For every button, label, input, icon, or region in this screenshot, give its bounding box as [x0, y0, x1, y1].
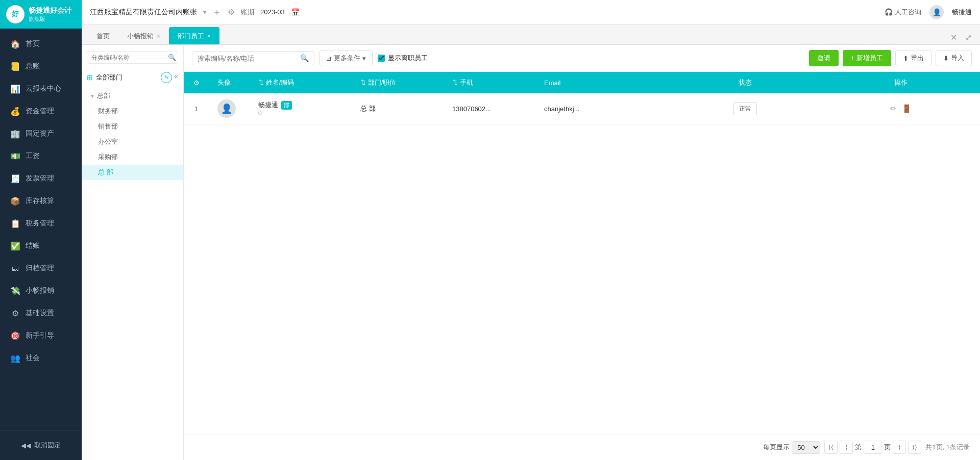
row-phone-cell: 138070602... — [444, 93, 536, 124]
dept-edit-button[interactable]: ✎ — [161, 72, 172, 83]
tab-home[interactable]: 首页 — [88, 27, 118, 44]
tab-home-label: 首页 — [96, 32, 110, 41]
tab-employees[interactable]: 部门员工 × — [169, 27, 219, 44]
tab-expense[interactable]: 小畅报销 × — [118, 27, 169, 44]
dept-search-box[interactable]: 🔍 — [87, 51, 178, 64]
page-input[interactable] — [864, 441, 882, 454]
content-area: 🔍 ⊞ 全部部门 ✎ « ▼ 总部 财务部 销售部 办公室 — [82, 45, 980, 460]
settings-col-icon: ⚙ — [193, 79, 200, 87]
employee-search-input[interactable] — [198, 55, 297, 62]
next-page-button[interactable]: ⟩ — [893, 441, 906, 454]
show-resigned-checkbox[interactable] — [378, 55, 385, 62]
dept-child-procurement[interactable]: 采购部 — [82, 149, 183, 165]
page-size-select[interactable]: 每页显示 10 20 50 100 — [763, 441, 820, 454]
settings-gear-button[interactable]: ⚙ — [228, 7, 235, 17]
dept-child-sales[interactable]: 销售部 — [82, 119, 183, 134]
dept-search-icon[interactable]: 🔍 — [168, 54, 176, 61]
more-filter-button[interactable]: ⊿ 更多条件 ▾ — [320, 50, 373, 66]
tax-icon: 📋 — [10, 218, 20, 228]
row-status-cell: 正常 — [669, 93, 822, 124]
page-unit: 页 — [884, 443, 891, 452]
search-icon[interactable]: 🔍 — [300, 54, 309, 62]
home-icon: 🏠 — [10, 39, 20, 49]
guide-icon: 🎯 — [10, 330, 20, 341]
sidebar-logo[interactable]: 好 畅捷通好会计 旗舰版 — [0, 0, 82, 29]
add-company-button[interactable]: ＋ — [212, 6, 222, 18]
delete-action-button[interactable]: 🚪 — [902, 104, 912, 113]
first-page-button[interactable]: ⟨⟨ — [824, 441, 838, 454]
tab-expense-close[interactable]: × — [157, 33, 160, 40]
grid-icon: ⊞ — [87, 73, 93, 82]
col-phone[interactable]: ⇅ 手机 — [444, 72, 536, 93]
dept-child-general[interactable]: 总 部 — [82, 165, 183, 180]
sidebar-item-salary[interactable]: 💵 工资 — [0, 145, 82, 167]
sidebar-item-tax[interactable]: 📋 税务管理 — [0, 212, 82, 235]
dept-child-office[interactable]: 办公室 — [82, 134, 183, 149]
all-departments-header[interactable]: ⊞ 全部部门 ✎ « — [82, 69, 183, 86]
username-label[interactable]: 畅捷通 — [952, 8, 972, 17]
row-dept-cell: 总 部 — [352, 93, 444, 124]
export-button[interactable]: ⬆ 导出 — [895, 50, 932, 66]
sidebar-item-label: 云报表中心 — [26, 84, 61, 93]
ledger-icon: 📒 — [10, 61, 20, 71]
sidebar-item-expense[interactable]: 💸 小畅报销 — [0, 279, 82, 302]
sidebar-item-label: 总账 — [26, 62, 40, 71]
sidebar-item-settings[interactable]: ⚙ 基础设置 — [0, 302, 82, 324]
col-settings[interactable]: ⚙ — [184, 72, 209, 93]
dept-collapse-button[interactable]: « — [174, 72, 178, 83]
cancel-pin-button[interactable]: ◀◀ 取消固定 — [0, 437, 82, 454]
sort-icon: ⇅ — [452, 79, 458, 86]
page-size-dropdown[interactable]: 10 20 50 100 — [792, 441, 820, 454]
dept-tree: ▼ 总部 财务部 销售部 办公室 采购部 总 部 — [82, 86, 183, 182]
period-label: 账期 — [241, 8, 254, 17]
col-dept-position[interactable]: ⇅ 部门/职位 — [352, 72, 444, 93]
prev-page-button[interactable]: ⟨ — [840, 441, 853, 454]
tab-employees-close[interactable]: × — [207, 33, 211, 40]
invite-button[interactable]: 邀请 — [809, 50, 839, 66]
employee-code: 0 — [258, 110, 344, 117]
dept-children: 财务部 销售部 办公室 采购部 总 部 — [82, 104, 183, 180]
add-employee-button[interactable]: + 新增员工 — [843, 50, 891, 66]
right-panel: 🔍 ⊿ 更多条件 ▾ 显示离职员工 邀请 + 新增员工 ⬆ 导出 — [184, 45, 980, 460]
checkout-icon: ✅ — [10, 241, 20, 251]
dept-child-finance[interactable]: 财务部 — [82, 104, 183, 119]
calendar-icon[interactable]: 📅 — [291, 8, 300, 16]
col-avatar: 头像 — [209, 72, 250, 93]
sidebar-item-invoice[interactable]: 🧾 发票管理 — [0, 167, 82, 190]
sidebar-item-label: 固定资产 — [26, 129, 54, 138]
sidebar-item-home[interactable]: 🏠 首页 — [0, 33, 82, 55]
last-page-button[interactable]: ⟩⟩ — [908, 441, 921, 454]
show-resigned-label[interactable]: 显示离职员工 — [378, 54, 428, 63]
employee-search-bar[interactable]: 🔍 — [192, 51, 314, 65]
sidebar-bottom: ◀◀ 取消固定 — [0, 430, 82, 460]
sidebar-item-checkout[interactable]: ✅ 结账 — [0, 235, 82, 257]
row-avatar-cell: 👤 — [209, 93, 250, 124]
sidebar-item-reports[interactable]: 📊 云报表中心 — [0, 78, 82, 100]
tab-close-button[interactable]: ✕ — [948, 31, 959, 44]
total-records: 共1页, 1条记录 — [925, 443, 970, 452]
row-index: 1 — [184, 93, 209, 124]
edit-action-button[interactable]: ✏ — [890, 104, 897, 113]
col-name-code[interactable]: ⇅ 姓名/编码 — [250, 72, 352, 93]
sidebar-item-inventory[interactable]: 📦 库存核算 — [0, 190, 82, 212]
filter-icon: ⊿ — [326, 55, 332, 62]
dept-search-input[interactable] — [91, 54, 168, 61]
import-button[interactable]: ⬇ 导入 — [936, 50, 972, 66]
filter-arrow-icon: ▾ — [362, 55, 366, 62]
tab-expand-button[interactable]: ⤢ — [963, 31, 974, 44]
social-icon: 👥 — [10, 353, 20, 363]
sidebar-item-social[interactable]: 👥 社会 — [0, 347, 82, 369]
page-label: 第 — [855, 443, 862, 452]
sidebar-item-funds[interactable]: 💰 资金管理 — [0, 100, 82, 122]
sort-icon: ⇅ — [360, 79, 366, 86]
sidebar-item-assets[interactable]: 🏢 固定资产 — [0, 122, 82, 145]
sidebar-item-label: 库存核算 — [26, 196, 54, 206]
dept-parent-headquarters[interactable]: ▼ 总部 — [82, 88, 183, 104]
company-dropdown-button[interactable]: ▾ — [203, 9, 206, 16]
sidebar-item-label: 新手引导 — [26, 331, 54, 340]
sidebar-item-archive[interactable]: 🗂 归档管理 — [0, 257, 82, 279]
sidebar-item-ledger[interactable]: 📒 总账 — [0, 55, 82, 78]
tabs-bar: 首页 小畅报销 × 部门员工 × ✕ ⤢ — [82, 24, 980, 45]
support-button[interactable]: 🎧 人工咨询 — [885, 8, 921, 17]
sidebar-item-guide[interactable]: 🎯 新手引导 — [0, 324, 82, 347]
